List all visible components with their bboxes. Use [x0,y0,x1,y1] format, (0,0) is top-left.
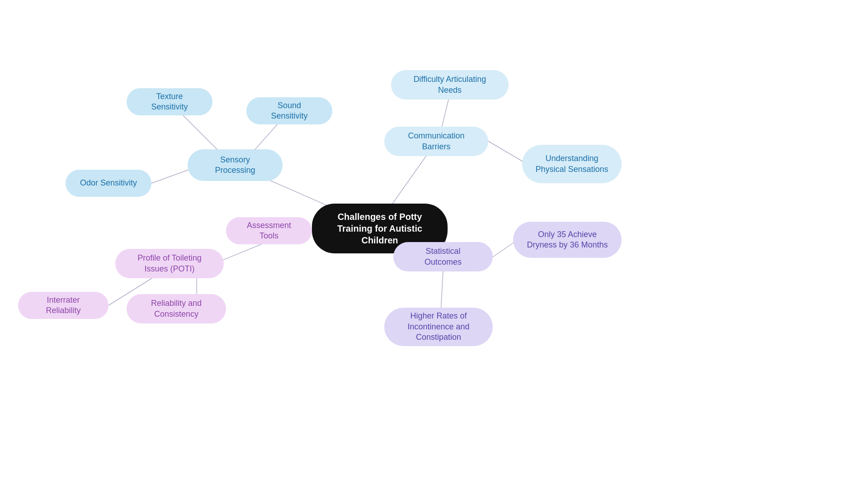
only-35-node: Only 35 Achieve Dryness by 36 Months [513,222,622,258]
understanding-physical-node: Understanding Physical Sensations [522,145,622,183]
svg-line-9 [441,271,443,312]
odor-sensitivity-node: Odor Sensitivity [66,170,151,197]
statistical-outcomes-node: Statistical Outcomes [393,242,493,271]
reliability-consistency-node: Reliability and Consistency [127,294,226,323]
interrater-reliability-node: Interrater Reliability [18,292,108,319]
svg-line-6 [488,141,527,164]
texture-sensitivity-node: Texture Sensitivity [127,88,212,115]
profile-toileting-node: Profile of Toileting Issues (POTI) [115,249,224,278]
sensory-processing-node: Sensory Processing [188,149,283,181]
difficulty-articulating-node: Difficulty Articulating Needs [391,70,509,100]
sound-sensitivity-node: Sound Sensitivity [246,97,332,124]
higher-rates-node: Higher Rates of Incontinence and Constip… [384,308,493,346]
assessment-tools-node: Assessment Tools [226,217,312,244]
communication-barriers-node: Communication Barriers [384,127,488,156]
